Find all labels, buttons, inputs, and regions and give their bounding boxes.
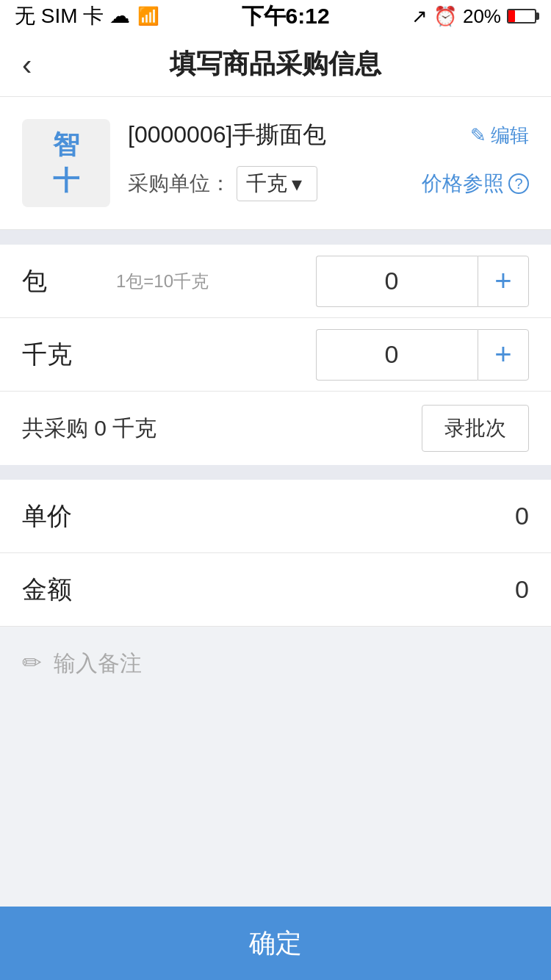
product-thumbnail: 智 十 (22, 119, 110, 207)
unit-value: 千克 (246, 170, 287, 198)
summary-text: 共采购 0 千克 (22, 414, 156, 444)
wifi-icon: 📶 (137, 6, 159, 26)
product-name-row: [0000006]手撕面包 ✎ 编辑 (128, 119, 529, 151)
nav-bar: ‹ 填写商品采购信息 (0, 32, 551, 97)
status-time: 下午6:12 (242, 1, 330, 32)
confirm-label: 确定 (249, 926, 302, 962)
kg-input-right: + (316, 329, 529, 381)
confirm-button[interactable]: 确定 (0, 907, 551, 980)
battery-icon (507, 9, 536, 24)
edit-button[interactable]: ✎ 编辑 (470, 123, 529, 148)
unit-row: 采购单位： 千克 ▾ 价格参照 ? (128, 166, 529, 201)
price-info-section: 单价 0 金额 0 (0, 480, 551, 627)
dropdown-icon: ▾ (292, 172, 302, 196)
status-bar: 无 SIM 卡 ☁ 📶 下午6:12 ↗ ⏰ 20% (0, 0, 551, 32)
unit-price-value: 0 (515, 502, 529, 530)
thumb-text2: 十 (53, 163, 79, 199)
bag-input-row: 包 1包=10千克 + (0, 245, 551, 318)
status-right: ↗ ⏰ 20% (411, 5, 536, 28)
product-info: [0000006]手撕面包 ✎ 编辑 采购单位： 千克 ▾ 价格参照 ? (128, 119, 529, 201)
info-icon: ? (508, 173, 529, 194)
batch-button[interactable]: 录批次 (422, 405, 529, 452)
kg-plus-button[interactable]: + (478, 329, 529, 381)
kg-label: 千克 (22, 338, 110, 372)
unit-select[interactable]: 千克 ▾ (237, 166, 317, 201)
amount-row: 金额 0 (0, 553, 551, 627)
unit-label: 采购单位： (128, 170, 231, 198)
alarm-icon: ⏰ (433, 5, 457, 28)
input-section: 包 1包=10千克 + 千克 + (0, 245, 551, 392)
pencil-icon: ✏ (22, 649, 42, 677)
bag-plus-button[interactable]: + (478, 256, 529, 307)
status-left: 无 SIM 卡 ☁ 📶 (15, 2, 159, 30)
bag-quantity-input[interactable] (316, 256, 478, 307)
kg-quantity-input[interactable] (316, 329, 478, 381)
bag-label: 包 (22, 264, 110, 298)
bag-input-right: + (316, 256, 529, 307)
bag-sublabel: 1包=10千克 (116, 270, 209, 293)
back-button[interactable]: ‹ (22, 50, 32, 79)
location-icon: ↗ (411, 5, 428, 28)
thumb-text1: 智 (53, 127, 79, 163)
notes-section[interactable]: ✏ 输入备注 (0, 627, 551, 832)
section-separator-2 (0, 465, 551, 480)
sim-label: 无 SIM 卡 ☁ (15, 2, 130, 30)
notes-placeholder: 输入备注 (54, 649, 142, 679)
price-ref-button[interactable]: 价格参照 ? (422, 170, 529, 198)
unit-price-label: 单价 (22, 500, 72, 533)
summary-row: 共采购 0 千克 录批次 (0, 392, 551, 465)
amount-value: 0 (515, 575, 529, 604)
product-name: [0000006]手撕面包 (128, 119, 326, 151)
product-card: 智 十 [0000006]手撕面包 ✎ 编辑 采购单位： 千克 ▾ 价格参照 ? (0, 97, 551, 230)
unit-price-row: 单价 0 (0, 480, 551, 553)
price-ref-label: 价格参照 (422, 170, 504, 198)
battery-percent: 20% (463, 5, 501, 28)
amount-label: 金额 (22, 573, 72, 607)
kg-input-row: 千克 + (0, 318, 551, 392)
page-title: 填写商品采购信息 (170, 46, 381, 82)
section-separator-1 (0, 230, 551, 245)
edit-icon: ✎ (470, 124, 486, 147)
